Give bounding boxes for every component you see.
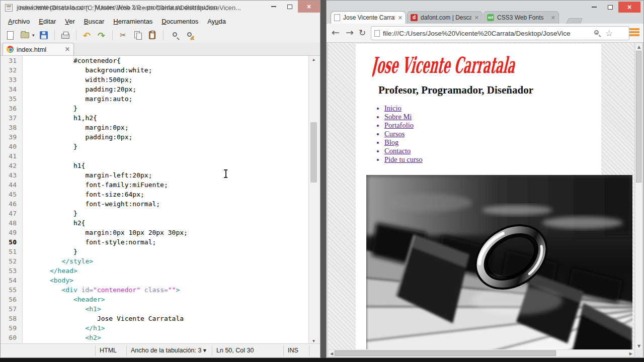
forward-button[interactable]: → [346, 27, 354, 38]
horizontal-scrollbar[interactable]: ◀ ▶ [328, 349, 634, 357]
copy-button[interactable] [132, 30, 143, 41]
editor-scrollbar[interactable]: ▴ ▾ [308, 56, 318, 344]
vertical-scrollbar-thumb[interactable] [636, 51, 641, 183]
site-logo-text: Jose Vicente Carratala [372, 52, 517, 78]
gedit-toolbar: ▾ ↶ ↷ ✂ [1, 28, 320, 43]
nav-link-inicio[interactable]: Inicio [384, 104, 401, 112]
doc-tab-label: index.html [17, 46, 62, 53]
nav-item: Cursos [384, 130, 423, 138]
menu-herramientas[interactable]: Herramientas [109, 16, 157, 27]
menu-archivo[interactable]: Archivo [4, 16, 34, 27]
menu-documentos[interactable]: Documentos [157, 16, 203, 27]
tab-close-icon[interactable]: ✕ [474, 15, 479, 21]
code-line: 39 padding:0px; [1, 132, 308, 142]
code-line: 58 Jose Vicente Carratala [1, 314, 308, 323]
nav-link-pide-tu-curso[interactable]: Pide tu curso [384, 155, 423, 163]
open-button[interactable] [19, 30, 30, 41]
code-line: 52 </style> [1, 256, 308, 266]
code-line: 57 <h1> [1, 304, 308, 314]
code-line: 55 <div id="contenedor" class=""> [1, 285, 308, 295]
doc-tab-close-icon[interactable]: ✕ [65, 46, 70, 53]
browser-tab[interactable]: Jose Vicente Carrata✕ [331, 11, 406, 24]
browser-tab[interactable]: w3CSS3 Web Fonts✕ [484, 11, 559, 24]
open-dropdown-caret[interactable]: ▾ [32, 33, 35, 38]
nav-link-contacto[interactable]: Contacto [384, 147, 411, 155]
cut-button[interactable]: ✂ [118, 30, 129, 41]
doc-tab-index-html[interactable]: index.html ✕ [3, 43, 74, 55]
redo-button[interactable]: ↷ [96, 30, 107, 41]
gedit-statusbar: HTML ▾ Ancho de la tabulación: 3 ▾ Ln 50… [1, 343, 320, 357]
desktop: josevicentecarratala.com - Master Web 2.… [0, 0, 644, 362]
reload-button[interactable]: ↻ [359, 28, 366, 38]
open-folder-icon [21, 32, 29, 38]
code-editor[interactable]: 31 #contenedor{32 background:white;33 wi… [1, 56, 308, 344]
gedit-menubar: ArchivoEditarVerBuscarHerramientasDocume… [1, 15, 320, 28]
scroll-right-icon[interactable]: ▶ [629, 351, 632, 356]
browser-minimize-button[interactable] [586, 2, 602, 13]
back-button[interactable]: ← [332, 27, 340, 38]
url-text[interactable]: file:///C:/Users/Jose%20Vicente%20Carrat… [383, 30, 594, 37]
scroll-down-icon[interactable]: ▾ [309, 338, 318, 343]
vertical-scrollbar[interactable]: ▲ ▼ [635, 43, 642, 350]
chrome-menu-icon[interactable] [629, 28, 639, 37]
code-line: 43 margin-left:20px; [1, 170, 308, 180]
taskbar-edge [0, 358, 644, 362]
browser-maximize-button[interactable] [602, 2, 618, 13]
browser-tabstrip: Jose Vicente Carrata✕ddafont.com | Desca… [331, 11, 560, 24]
tab-close-icon[interactable]: ✕ [551, 15, 555, 21]
address-bar[interactable]: file:///C:/Users/Jose%20Vicente%20Carrat… [371, 26, 629, 40]
language-selector[interactable]: HTML ▾ [95, 345, 125, 356]
code-line: 59 </h1> [1, 323, 308, 333]
code-line: 33 width:500px; [1, 75, 308, 84]
nav-item: Blog [384, 138, 423, 147]
scroll-left-icon[interactable]: ◀ [330, 351, 333, 356]
tab-close-icon[interactable]: ✕ [398, 15, 403, 21]
minimize-button[interactable] [266, 1, 282, 13]
tab-width-selector[interactable]: Ancho de la tabulación: 3 ▾ [126, 345, 212, 356]
scroll-up-icon[interactable]: ▴ [309, 57, 318, 62]
menu-ayuda[interactable]: Ayuda [203, 16, 230, 27]
search-replace-button[interactable] [183, 30, 194, 41]
piano-ring-image [366, 175, 632, 350]
scroll-up-icon[interactable]: ▲ [637, 45, 640, 49]
bookmark-star-icon[interactable]: ☆ [605, 28, 613, 38]
scrollbar-corner [635, 349, 642, 357]
tab-title: dafont.com | Descar [421, 14, 471, 21]
code-line: 34 padding:20px; [1, 84, 308, 94]
zoom-out-icon[interactable] [594, 30, 600, 36]
gedit-titlebar[interactable]: josevicentecarratala.com - Master Web 2.… [1, 1, 320, 15]
undo-button[interactable]: ↶ [82, 30, 93, 41]
nav-link-cursos[interactable]: Cursos [384, 130, 405, 138]
gedit-title-text: index.html (Disco local (C:)\Users\Jose … [18, 4, 241, 12]
nav-link-sobre-mi[interactable]: Sobre Mi [384, 113, 412, 121]
maximize-button[interactable] [282, 1, 298, 13]
close-button[interactable]: × [298, 1, 320, 13]
menu-editar[interactable]: Editar [34, 16, 60, 27]
nav-link-blog[interactable]: Blog [384, 138, 398, 146]
new-document-button[interactable] [5, 30, 16, 41]
search-icon [173, 32, 177, 37]
browser-close-button[interactable]: × [618, 2, 640, 13]
copy-icon [134, 31, 141, 39]
code-line: 45 font-size:64px; [1, 190, 308, 199]
tab-title: CSS3 Web Fonts [497, 14, 548, 21]
horizontal-scrollbar-thumb[interactable] [335, 350, 556, 356]
code-line: 38 margin:0px; [1, 123, 308, 132]
nav-item: Inicio [384, 104, 423, 113]
browser-tab[interactable]: ddafont.com | Descar✕ [407, 11, 482, 24]
search-button[interactable] [169, 30, 180, 41]
editor-scrollbar-thumb[interactable] [310, 122, 317, 183]
code-line: 35 margin:auto; [1, 94, 308, 104]
nav-item: Pide tu curso [384, 155, 423, 164]
scroll-down-icon[interactable]: ▼ [637, 344, 640, 348]
page-icon [374, 30, 380, 37]
paste-button[interactable] [147, 30, 158, 41]
nav-item: Contacto [384, 147, 423, 155]
site-logo: Jose Vicente Carratala [372, 50, 523, 83]
print-button[interactable] [60, 30, 71, 41]
menu-buscar[interactable]: Buscar [79, 16, 109, 27]
paste-icon [149, 31, 155, 39]
nav-link-portafolio[interactable]: Portafolio [384, 121, 414, 129]
menu-ver[interactable]: Ver [60, 16, 79, 27]
save-button[interactable] [38, 30, 49, 41]
